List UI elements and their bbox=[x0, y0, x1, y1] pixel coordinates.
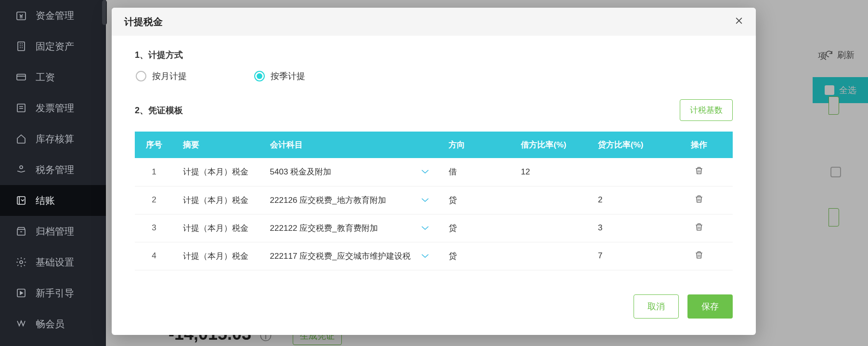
svg-rect-5 bbox=[17, 229, 25, 235]
yen-icon bbox=[15, 10, 27, 21]
trash-icon bbox=[694, 194, 704, 207]
cell-direction: 贷 bbox=[439, 186, 511, 214]
sidebar-item-label: 税务管理 bbox=[36, 163, 74, 176]
cell-subject[interactable]: 222122 应交税费_教育费附加 bbox=[260, 214, 439, 242]
modal-body: 1、计提方式 按月计提 按季计提 2、凭证模板 计税基数 序号 摘要 会计科目 … bbox=[112, 36, 756, 275]
radio-monthly[interactable]: 按月计提 bbox=[136, 70, 187, 82]
section-2-title: 2、凭证模板 bbox=[135, 105, 183, 116]
cell-debit-rate[interactable] bbox=[511, 214, 588, 242]
sidebar-item-label: 归档管理 bbox=[36, 225, 74, 238]
trash-icon bbox=[694, 165, 704, 178]
col-debit-rate: 借方比率(%) bbox=[511, 132, 588, 158]
cell-op bbox=[665, 186, 733, 214]
svg-rect-4 bbox=[17, 197, 25, 204]
radio-icon bbox=[254, 71, 265, 81]
sidebar-item-label: 资金管理 bbox=[36, 9, 74, 22]
cell-credit-rate[interactable]: 3 bbox=[588, 214, 665, 242]
svg-point-6 bbox=[20, 261, 23, 264]
sidebar-item-closing[interactable]: 结账 bbox=[0, 185, 106, 216]
delete-button[interactable] bbox=[694, 194, 704, 207]
sidebar-item-funds[interactable]: 资金管理 bbox=[0, 0, 106, 31]
close-icon bbox=[734, 16, 744, 28]
sidebar-item-label: 固定资产 bbox=[36, 40, 74, 53]
sidebar-item-inventory[interactable]: 库存核算 bbox=[0, 123, 106, 154]
chevron-down-icon[interactable] bbox=[421, 251, 429, 261]
cell-debit-rate[interactable]: 12 bbox=[511, 158, 588, 186]
sidebar-item-label: 发票管理 bbox=[36, 102, 74, 115]
table-row: 2 计提（本月）税金 222126 应交税费_地方教育附加 贷 2 bbox=[135, 186, 733, 214]
cell-seq: 1 bbox=[135, 158, 173, 186]
chevron-down-icon[interactable] bbox=[421, 195, 429, 205]
col-subject: 会计科目 bbox=[260, 132, 439, 158]
col-credit-rate: 贷方比率(%) bbox=[588, 132, 665, 158]
cell-debit-rate[interactable] bbox=[511, 242, 588, 270]
voucher-template-table: 序号 摘要 会计科目 方向 借方比率(%) 贷方比率(%) 操作 1 计提（本月… bbox=[135, 132, 733, 270]
hand-coin-icon bbox=[15, 164, 27, 175]
cell-op bbox=[665, 214, 733, 242]
chevron-down-icon[interactable] bbox=[421, 223, 429, 233]
delete-button[interactable] bbox=[694, 165, 704, 178]
save-button[interactable]: 保存 bbox=[687, 294, 733, 319]
cell-direction: 贷 bbox=[439, 242, 511, 270]
cell-seq: 4 bbox=[135, 242, 173, 270]
sidebar-item-label: 库存核算 bbox=[36, 133, 74, 146]
sidebar-item-settings[interactable]: 基础设置 bbox=[0, 247, 106, 278]
col-seq: 序号 bbox=[135, 132, 173, 158]
radio-quarterly[interactable]: 按季计提 bbox=[254, 70, 305, 82]
cell-subject[interactable]: 5403 税金及附加 bbox=[260, 158, 439, 186]
sidebar-item-label: 工资 bbox=[36, 71, 55, 84]
trash-icon bbox=[694, 250, 704, 263]
col-summary: 摘要 bbox=[173, 132, 260, 158]
table-row: 3 计提（本月）税金 222122 应交税费_教育费附加 贷 3 bbox=[135, 214, 733, 242]
sidebar-item-label: 畅会员 bbox=[36, 318, 65, 331]
chevron-down-icon[interactable] bbox=[421, 167, 429, 177]
house-icon bbox=[15, 133, 27, 145]
cell-summary[interactable]: 计提（本月）税金 bbox=[173, 186, 260, 214]
modal-header: 计提税金 bbox=[112, 8, 756, 36]
building-icon bbox=[15, 40, 27, 52]
tax-base-button[interactable]: 计税基数 bbox=[680, 99, 733, 121]
cell-direction: 借 bbox=[439, 158, 511, 186]
sidebar-item-invoice[interactable]: 发票管理 bbox=[0, 93, 106, 123]
trash-icon bbox=[694, 222, 704, 235]
cell-subject[interactable]: 222126 应交税费_地方教育附加 bbox=[260, 186, 439, 214]
sidebar-item-salary[interactable]: 工资 bbox=[0, 62, 106, 93]
vip-icon bbox=[15, 318, 27, 330]
cell-seq: 3 bbox=[135, 214, 173, 242]
sidebar-item-tax[interactable]: 税务管理 bbox=[0, 154, 106, 185]
sidebar-item-label: 结账 bbox=[36, 194, 55, 207]
sidebar-item-archive[interactable]: 归档管理 bbox=[0, 216, 106, 247]
table-row: 1 计提（本月）税金 5403 税金及附加 借 12 bbox=[135, 158, 733, 186]
sidebar-item-guide[interactable]: 新手引导 bbox=[0, 278, 106, 308]
sidebar: 资金管理 固定资产 工资 发票管理 库存核算 税务管理 结账 归档管理 基础设置… bbox=[0, 0, 106, 346]
cell-debit-rate[interactable] bbox=[511, 186, 588, 214]
cell-subject[interactable]: 222117 应交税费_应交城市维护建设税 bbox=[260, 242, 439, 270]
svg-rect-1 bbox=[18, 42, 25, 51]
radio-icon bbox=[136, 71, 146, 81]
card-icon bbox=[15, 71, 27, 83]
delete-button[interactable] bbox=[694, 250, 704, 263]
close-button[interactable] bbox=[732, 14, 746, 29]
gear-icon bbox=[15, 256, 27, 268]
delete-button[interactable] bbox=[694, 222, 704, 235]
cell-summary[interactable]: 计提（本月）税金 bbox=[173, 214, 260, 242]
radio-label: 按月计提 bbox=[152, 70, 187, 82]
section-1-title: 1、计提方式 bbox=[135, 49, 733, 61]
tax-accrual-modal: 计提税金 1、计提方式 按月计提 按季计提 2、凭证模板 计税基数 序号 bbox=[112, 8, 756, 335]
cell-credit-rate[interactable] bbox=[588, 158, 665, 186]
table-row: 4 计提（本月）税金 222117 应交税费_应交城市维护建设税 贷 7 bbox=[135, 242, 733, 270]
cell-credit-rate[interactable]: 2 bbox=[588, 186, 665, 214]
cell-summary[interactable]: 计提（本月）税金 bbox=[173, 158, 260, 186]
cancel-button[interactable]: 取消 bbox=[634, 294, 679, 319]
cell-credit-rate[interactable]: 7 bbox=[588, 242, 665, 270]
cell-summary[interactable]: 计提（本月）税金 bbox=[173, 242, 260, 270]
modal-footer: 取消 保存 bbox=[112, 275, 756, 335]
col-op: 操作 bbox=[665, 132, 733, 158]
cell-direction: 贷 bbox=[439, 214, 511, 242]
sidebar-item-vip[interactable]: 畅会员 bbox=[0, 308, 106, 339]
subject-text: 5403 税金及附加 bbox=[270, 166, 332, 177]
sidebar-item-fixed-assets[interactable]: 固定资产 bbox=[0, 31, 106, 62]
play-icon bbox=[15, 287, 27, 299]
subject-text: 222117 应交税费_应交城市维护建设税 bbox=[270, 251, 411, 262]
archive-icon bbox=[15, 226, 27, 237]
